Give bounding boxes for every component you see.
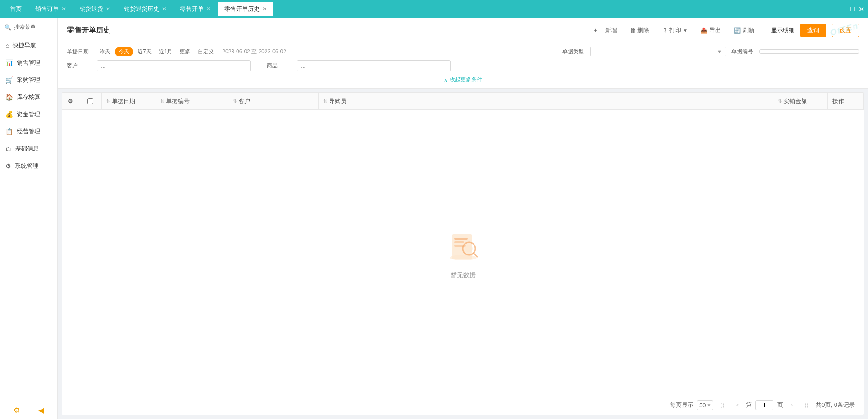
refresh-button[interactable]: 🔄 刷新 <box>730 24 758 36</box>
sidebar-item-operations[interactable]: 📋 经营管理 <box>0 123 57 140</box>
sidebar-bottom: ⚙ ◀ <box>0 401 57 419</box>
query-button[interactable]: 查询 <box>800 24 826 37</box>
th-customer-sort-icon: ⇅ <box>233 99 237 104</box>
page-first-btn[interactable]: ⟨⟨ <box>717 400 728 410</box>
page-prev-btn[interactable]: ＜ <box>731 400 742 410</box>
tab-retail-history[interactable]: 零售开单历史 ✕ <box>218 2 273 16</box>
page-header: 零售开单历史 ＋ + 新增 🗑 删除 🖨 打印 ▼ <box>58 18 868 42</box>
sidebar-item-label-inventory: 库存核算 <box>17 93 40 101</box>
print-icon: 🖨 <box>662 27 668 34</box>
goods-label: 商品 <box>267 62 289 70</box>
tab-home[interactable]: 首页 <box>4 2 28 16</box>
sidebar: 🔍 搜索菜单 ⌂ 快捷导航 📊 销售管理 🛒 采购管理 🏠 库存核算 💰 资金管… <box>0 18 58 419</box>
th-flex <box>364 93 773 109</box>
th-action: 操作 <box>828 93 864 109</box>
refresh-icon: 🔄 <box>734 27 741 34</box>
table-checkbox-col <box>79 93 102 109</box>
select-all-checkbox[interactable] <box>87 98 93 104</box>
show-detail-checkbox[interactable] <box>764 28 769 33</box>
page-next-btn[interactable]: ＞ <box>787 400 797 410</box>
export-button[interactable]: 📤 导出 <box>697 24 725 36</box>
window-controls: ─ □ ✕ <box>842 5 864 14</box>
sidebar-item-label-finance: 资金管理 <box>17 110 40 118</box>
sidebar-settings-icon[interactable]: ⚙ <box>14 406 20 414</box>
table-area: ⚙ ⇅ 单据日期 ⇅ 单据编号 ⇅ 客户 ⇅ <box>62 92 864 415</box>
tab-close-sales-order[interactable]: ✕ <box>62 6 66 12</box>
table-settings-col[interactable]: ⚙ <box>62 93 79 109</box>
empty-illustration <box>443 225 484 266</box>
table-header: ⚙ ⇅ 单据日期 ⇅ 单据编号 ⇅ 客户 ⇅ <box>62 93 864 110</box>
operations-icon: 📋 <box>5 128 13 135</box>
tab-close-sales-return-history[interactable]: ✕ <box>162 6 166 12</box>
doc-type-select[interactable]: ▼ <box>590 47 726 56</box>
sidebar-item-system[interactable]: ⚙ 系统管理 <box>0 157 57 174</box>
th-sort-icon: ⇅ <box>106 99 110 104</box>
delete-icon: 🗑 <box>630 27 636 34</box>
print-button[interactable]: 🖨 打印 ▼ <box>658 24 691 36</box>
page-suffix: 页 <box>777 401 783 409</box>
table-settings-icon[interactable]: ⚙ <box>68 98 73 104</box>
show-detail-label: 显示明细 <box>771 26 795 34</box>
content-area: 零售开单历史 ＋ + 新增 🗑 删除 🖨 打印 ▼ <box>58 18 868 419</box>
th-amount-sort-icon: ⇅ <box>778 99 782 104</box>
date-btn-custom[interactable]: 自定义 <box>195 47 217 56</box>
sidebar-item-label-quick-nav: 快捷导航 <box>13 42 36 50</box>
sidebar-item-purchase-mgmt[interactable]: 🛒 采购管理 <box>0 71 57 89</box>
per-page-value: 50 <box>699 402 706 409</box>
sidebar-collapse-icon[interactable]: ◀ <box>38 406 44 414</box>
th-amount[interactable]: ⇅ 实销金额 <box>773 93 828 109</box>
page-last-btn[interactable]: ⟩⟩ <box>801 400 812 410</box>
cart-icon: 🛒 <box>5 76 13 84</box>
goods-input[interactable]: ... <box>297 60 451 71</box>
add-button[interactable]: ＋ + 新增 <box>589 24 621 36</box>
filter-row-1: 单据日期 昨天 今天 近7天 近1月 更多 自定义 2023-06-02 至 2… <box>67 47 859 56</box>
th-num[interactable]: ⇅ 单据编号 <box>156 93 228 109</box>
sidebar-item-finance[interactable]: 💰 资金管理 <box>0 106 57 123</box>
th-customer[interactable]: ⇅ 客户 <box>228 93 319 109</box>
svg-rect-3 <box>454 241 464 243</box>
tab-close-retail-open[interactable]: ✕ <box>206 6 211 12</box>
minimize-btn[interactable]: ─ <box>842 5 847 13</box>
tab-close-retail-history[interactable]: ✕ <box>262 6 267 12</box>
tab-sales-return[interactable]: 销货退货 ✕ <box>73 2 117 16</box>
show-detail-toggle[interactable]: 显示明细 <box>764 26 795 34</box>
basicinfo-icon: 🗂 <box>5 145 12 152</box>
date-label: 单据日期 <box>67 48 90 56</box>
main-layout: 🔍 搜索菜单 ⌂ 快捷导航 📊 销售管理 🛒 采购管理 🏠 库存核算 💰 资金管… <box>0 18 868 419</box>
sidebar-item-sales-mgmt[interactable]: 📊 销售管理 <box>0 54 57 71</box>
close-btn[interactable]: ✕ <box>859 5 864 14</box>
customer-input[interactable]: ... <box>97 60 251 71</box>
sidebar-item-inventory[interactable]: 🏠 库存核算 <box>0 89 57 106</box>
collapse-toggle[interactable]: ∧ 收起更多条件 <box>67 75 859 85</box>
th-guide[interactable]: ⇅ 导购员 <box>319 93 364 109</box>
per-page-label: 每页显示 <box>670 401 693 409</box>
sidebar-item-label-system: 系统管理 <box>15 162 38 170</box>
export-label: 导出 <box>709 26 721 34</box>
date-btn-today[interactable]: 今天 <box>115 47 133 56</box>
date-btn-7days[interactable]: 近7天 <box>135 47 154 56</box>
refresh-label: 刷新 <box>743 26 754 34</box>
sidebar-search-label: 搜索菜单 <box>14 24 36 31</box>
tab-sales-order[interactable]: 销售订单 ✕ <box>29 2 72 16</box>
th-date[interactable]: ⇅ 单据日期 <box>102 93 156 109</box>
delete-button[interactable]: 🗑 删除 <box>626 24 653 36</box>
sidebar-item-basic-info[interactable]: 🗂 基础信息 <box>0 140 57 157</box>
add-icon: ＋ <box>593 26 598 34</box>
per-page-arrow-icon: ▼ <box>707 403 711 408</box>
doc-num-input[interactable] <box>759 49 859 54</box>
settings-button[interactable]: 设置 <box>832 24 859 37</box>
tab-sales-return-history[interactable]: 销货退货历史 ✕ <box>118 2 173 16</box>
th-guide-sort-icon: ⇅ <box>323 99 327 104</box>
date-btn-more[interactable]: 更多 <box>177 47 193 56</box>
date-btn-1month[interactable]: 近1月 <box>156 47 175 56</box>
page-number-input[interactable] <box>755 400 773 410</box>
per-page-select[interactable]: 50 ▼ <box>697 400 713 410</box>
date-btn-yesterday[interactable]: 昨天 <box>97 47 113 56</box>
tab-retail-open[interactable]: 零售开单 ✕ <box>174 2 217 16</box>
sidebar-item-quick-nav[interactable]: ⌂ 快捷导航 <box>0 37 57 54</box>
sidebar-search[interactable]: 🔍 搜索菜单 <box>0 18 57 37</box>
tab-close-sales-return[interactable]: ✕ <box>106 6 110 12</box>
filter-area: 单据日期 昨天 今天 近7天 近1月 更多 自定义 2023-06-02 至 2… <box>58 42 868 89</box>
customer-label: 客户 <box>67 62 90 70</box>
maximize-btn[interactable]: □ <box>850 5 855 13</box>
